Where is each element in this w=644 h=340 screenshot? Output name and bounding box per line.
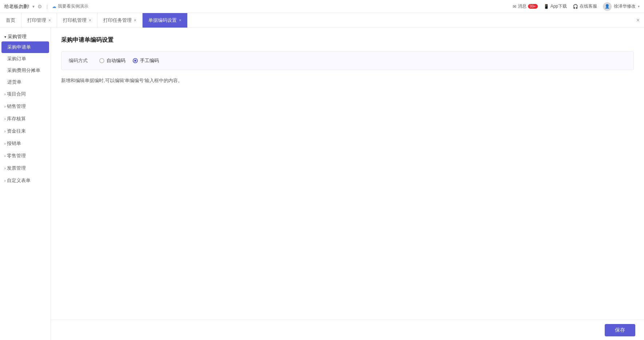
auto-code-radio[interactable]: 自动编码: [99, 57, 125, 64]
cloud-icon: ☁: [52, 4, 56, 9]
phone-icon: 📱: [544, 4, 549, 9]
save-button[interactable]: 保存: [605, 324, 635, 336]
tab-close-all[interactable]: ×: [632, 17, 644, 24]
sidebar-group-retail[interactable]: › 零售管理: [0, 150, 51, 162]
sales-arrow-icon: ›: [4, 105, 5, 109]
sidebar-item-purchase-order[interactable]: 采购订单: [0, 53, 51, 65]
encoding-row: 编码方式 自动编码 手工编码: [69, 57, 626, 64]
custom-form-arrow-icon: ›: [4, 179, 5, 183]
sidebar-group-custom-form[interactable]: › 自定义表单: [0, 174, 51, 187]
user-area[interactable]: 👤 徐泽华修改 ▾: [603, 2, 640, 11]
inventory-arrow-icon: ›: [4, 117, 5, 121]
retail-arrow-icon: ›: [4, 154, 5, 158]
tab-close-print-manage[interactable]: ×: [48, 18, 51, 23]
encoding-label: 编码方式: [69, 57, 88, 64]
tab-printer-manage[interactable]: 打印机管理 ×: [57, 13, 97, 28]
tab-single-code[interactable]: 单据编码设置 ×: [143, 13, 188, 28]
message-badge: 99+: [528, 4, 538, 9]
sidebar-group-sales-return[interactable]: › 报销单: [0, 137, 51, 150]
brand-text: 给老板勿删!: [4, 3, 29, 10]
tab-close-print-task[interactable]: ×: [134, 18, 136, 23]
avatar: 👤: [603, 2, 612, 11]
manual-code-radio[interactable]: 手工编码: [133, 57, 159, 64]
sales-return-arrow-icon: ›: [4, 142, 5, 146]
tab-print-task[interactable]: 打印任务管理 ×: [97, 13, 143, 28]
top-bar-right: ✉ 消息 99+ 📱 App下载 🎧 在线客服 👤 徐泽华修改 ▾: [513, 2, 640, 11]
description-text: 新增和编辑单据编时,可以编辑'单编编号'输入框中的内容。: [61, 77, 634, 84]
tab-bar: 首页 打印管理 × 打印机管理 × 打印任务管理 × 单据编码设置 × ×: [0, 13, 644, 28]
sidebar-group-sales[interactable]: › 销售管理: [0, 100, 51, 113]
brand-dropdown-icon[interactable]: ▾: [32, 4, 35, 9]
auto-code-radio-circle: [99, 58, 104, 63]
settings-icon[interactable]: ⚙: [37, 4, 42, 9]
sidebar-group-inventory[interactable]: › 库存核算: [0, 113, 51, 125]
username: 徐泽华修改: [614, 3, 636, 9]
project-contract-arrow-icon: ›: [4, 92, 5, 96]
purchase-arrow-icon: ▾: [4, 35, 6, 39]
user-dropdown-icon: ▾: [638, 4, 640, 8]
manual-code-radio-circle: [133, 58, 138, 63]
top-bar-left: 给老板勿删! ▾ ⚙ | ☁ 我要看实例演示: [4, 3, 88, 10]
sidebar: ▾ 采购管理 采购申请单 采购订单 采购费用分摊单 进货单 › 项目合同 › 销…: [0, 28, 51, 340]
demo-link[interactable]: ☁ 我要看实例演示: [52, 3, 88, 9]
main-content: 采购申请单编码设置 编码方式 自动编码 手工编码: [51, 28, 644, 340]
page-title: 采购申请单编码设置: [61, 36, 634, 44]
tab-print-manage[interactable]: 打印管理 ×: [21, 13, 57, 28]
content-area: 采购申请单编码设置 编码方式 自动编码 手工编码: [51, 28, 644, 320]
sidebar-group-invoice[interactable]: › 发票管理: [0, 162, 51, 174]
service-icon: 🎧: [573, 4, 578, 9]
footer-bar: 保存: [51, 320, 644, 340]
message-button[interactable]: ✉ 消息 99+: [513, 3, 538, 9]
invoice-arrow-icon: ›: [4, 166, 5, 170]
capital-arrow-icon: ›: [4, 129, 5, 133]
top-bar: 给老板勿删! ▾ ⚙ | ☁ 我要看实例演示 ✉ 消息 99+ 📱 App下载 …: [0, 0, 644, 13]
tab-home[interactable]: 首页: [0, 13, 21, 28]
online-service-button[interactable]: 🎧 在线客服: [573, 3, 597, 9]
layout: ▾ 采购管理 采购申请单 采购订单 采购费用分摊单 进货单 › 项目合同 › 销…: [0, 28, 644, 340]
sidebar-item-receipt[interactable]: 进货单: [0, 76, 51, 88]
encoding-section: 编码方式 自动编码 手工编码: [61, 51, 634, 70]
tab-close-printer-manage[interactable]: ×: [89, 18, 91, 23]
tab-close-single-code[interactable]: ×: [179, 18, 181, 23]
sidebar-group-capital[interactable]: › 资金往来: [0, 125, 51, 137]
message-icon: ✉: [513, 4, 516, 9]
sidebar-group-purchase[interactable]: ▾ 采购管理: [0, 31, 51, 41]
sidebar-group-project-contract[interactable]: › 项目合同: [0, 88, 51, 100]
sidebar-item-purchase-expense[interactable]: 采购费用分摊单: [0, 65, 51, 76]
radio-group: 自动编码 手工编码: [99, 57, 159, 64]
app-download-button[interactable]: 📱 App下载: [544, 3, 567, 9]
sidebar-item-purchase-request[interactable]: 采购申请单: [1, 41, 49, 53]
